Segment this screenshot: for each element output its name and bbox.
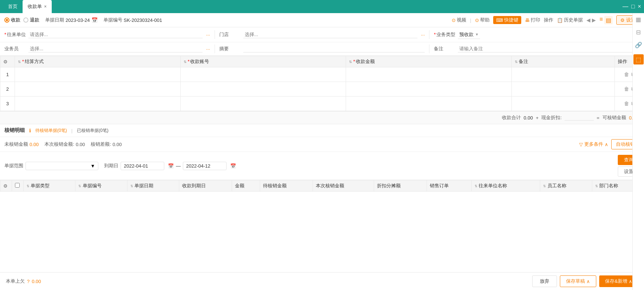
bottom-col-gear: ⚙ (0, 180, 12, 192)
store-ellipsis[interactable]: ··· (421, 32, 425, 38)
gear-icon: ⚙ (620, 17, 625, 23)
hexiao-info-icon[interactable]: ℹ (29, 128, 31, 133)
filter-icon: ▽ (579, 142, 583, 147)
row-1-delete-icon[interactable]: 🗑 (624, 71, 629, 78)
bottom-col-num: ⇅ 单据编号 (75, 180, 127, 192)
sidebar-icon-3[interactable]: 🔗 (635, 42, 642, 48)
hexiao-title: 核销明细 (4, 127, 25, 134)
bottom-gear-icon[interactable]: ⚙ (3, 183, 8, 189)
remark-input[interactable] (458, 45, 640, 52)
abandon-btn[interactable]: 放弃 (532, 275, 557, 287)
chevron-down-icon: ▼ (475, 32, 479, 36)
total-value: 0.00 (524, 115, 533, 121)
row-3-settle[interactable] (15, 97, 181, 111)
sidebar-icon-2[interactable]: ⊟ (636, 29, 641, 36)
quota-info-icon[interactable]: ? (27, 279, 30, 284)
col-account-label: 收款账号 (188, 59, 209, 64)
cal-to-icon[interactable]: 📅 (230, 163, 236, 169)
row-3-account[interactable] (180, 97, 346, 111)
row-1-settle[interactable] (15, 67, 181, 82)
shortcut-label: 快捷键 (504, 17, 518, 23)
print-btn[interactable]: 🖶 打印 (525, 17, 540, 23)
more-conditions-btn[interactable]: ▽ 更多条件 ∧ (579, 141, 608, 148)
close-window-icon[interactable]: × (638, 3, 641, 10)
cal-from-icon[interactable]: 📅 (168, 163, 174, 169)
date-to-input[interactable] (183, 162, 227, 170)
row-3-amount[interactable] (346, 97, 512, 111)
save-draft-label: 保存草稿 (566, 278, 585, 285)
table-gear-icon[interactable]: ⚙ (3, 59, 8, 64)
bottom-table-section: ⚙ ⇅ 单据类型 ⇅ 单据编号 (0, 180, 644, 272)
operate-btn[interactable]: 操作 (544, 17, 553, 23)
tab-close-icon[interactable]: × (44, 4, 47, 9)
current-hexiao-field: 本次核销金额: 0.00 (44, 141, 85, 148)
sidebar-icon-1[interactable]: ▦ (636, 16, 641, 23)
calendar-icon[interactable]: 📅 (91, 17, 98, 23)
store-field: 门店 ··· (219, 31, 425, 38)
staff-input[interactable] (28, 45, 203, 52)
select-all-checkbox[interactable] (15, 183, 20, 188)
biz-type-value: 预收款 (459, 31, 474, 38)
partner-input[interactable] (28, 31, 203, 38)
partner-ellipsis[interactable]: ··· (206, 32, 210, 38)
next-arrow[interactable]: ▶ (592, 17, 596, 23)
maximize-icon[interactable]: □ (631, 3, 635, 10)
radio-tuikuan[interactable]: 退款 (23, 17, 39, 23)
row-2-delete-icon[interactable]: 🗑 (624, 86, 629, 92)
shortcut-btn[interactable]: ⌨ 快捷键 (493, 16, 521, 24)
row-2-settle[interactable] (15, 82, 181, 97)
save-draft-chevron-icon: ∧ (586, 279, 590, 284)
bottom-col-current-label: 本次核销金额 (316, 183, 344, 188)
row-2-amount[interactable] (346, 82, 512, 97)
remark-label: 备注 (434, 46, 456, 52)
bottom-col-staff-label: 员工名称 (547, 183, 566, 188)
current-hexiao-value: 0.00 (76, 142, 85, 147)
quota-value: 0.00 (32, 279, 41, 284)
help-btn[interactable]: ⊙ 帮助 (475, 17, 490, 23)
form-row-1: 往来单位 ··· 门店 ··· 业务类型 预收款 ▼ (0, 27, 644, 42)
date-from-input[interactable] (121, 162, 164, 170)
bottom-col-num-label: 单据编号 (83, 183, 102, 188)
grid-view-icon[interactable]: ▤ (604, 16, 613, 24)
hexiao-tab-done[interactable]: 已核销单据(0笔) (77, 128, 109, 134)
unverified-label: 未核销金额 (4, 141, 28, 148)
row-1-remark[interactable] (511, 67, 614, 82)
store-input[interactable] (243, 31, 417, 38)
row-2-remark[interactable] (511, 82, 614, 97)
quota-label: 本单上欠 (6, 278, 25, 285)
row-3-remark[interactable] (511, 97, 614, 111)
sidebar-icon-4[interactable]: ⬚ (633, 54, 644, 64)
row-3-delete-icon[interactable]: 🗑 (624, 101, 629, 107)
diff-field: 核销差额: 0.00 (91, 141, 122, 148)
radio-group: 收款 退款 (4, 17, 39, 23)
tab-home[interactable]: 首页 (3, 0, 23, 13)
range-select[interactable]: ▼ (25, 162, 98, 170)
staff-ellipsis[interactable]: ··· (206, 46, 210, 52)
list-view-icon[interactable]: ≡ (600, 16, 603, 24)
footer-quota: 本单上欠 ? 0.00 (6, 278, 41, 285)
summary-field: 摘要 (219, 45, 425, 52)
hexiao-tab-pending[interactable]: 待核销单据(0笔) (35, 128, 67, 134)
main-table: ⚙ ⇅ 结算方式 ⇅ 收款账号 ⇅ 收款金额 ⇅ (0, 56, 644, 111)
col-remark-label: 备注 (519, 59, 528, 64)
history-btn[interactable]: 📋 历史单据 (557, 17, 583, 23)
row-2-account[interactable] (180, 82, 346, 97)
sort-icon-amount: ⇅ (349, 60, 352, 64)
save-draft-btn[interactable]: 保存草稿 ∧ (560, 275, 596, 287)
biz-type-select[interactable]: 预收款 ▼ (458, 31, 480, 39)
summary-input[interactable] (243, 45, 425, 52)
unverified-value: 0.00 (30, 142, 39, 147)
range-field: 单据范围 ▼ (4, 162, 98, 170)
hexiao-actions: ▽ 更多条件 ∧ 自动核销 (579, 139, 640, 149)
minimize-icon[interactable]: — (623, 3, 628, 10)
radio-shoukuan[interactable]: 收款 (4, 17, 20, 23)
prev-arrow[interactable]: ◀ (586, 17, 590, 23)
more-conditions-label: 更多条件 (584, 141, 603, 148)
row-1-amount[interactable] (346, 67, 512, 82)
bottom-col-sales: 销售订单 (427, 180, 471, 192)
bottom-col-date-label: 单据日期 (134, 183, 153, 188)
discount-input[interactable] (565, 115, 594, 121)
video-btn[interactable]: ⊙ 视频 (452, 17, 466, 23)
row-1-account[interactable] (180, 67, 346, 82)
tab-shoukuan[interactable]: 收款单 × (23, 0, 52, 13)
